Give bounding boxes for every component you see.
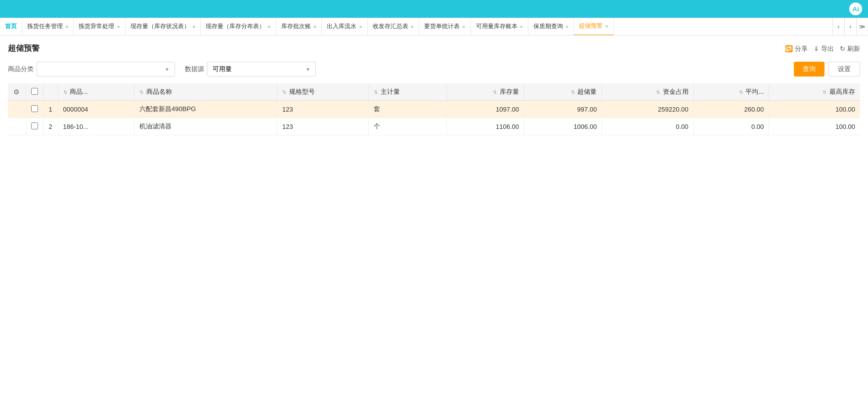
share-button[interactable]: 🔁 分享 bbox=[785, 44, 808, 53]
select-all-checkbox[interactable] bbox=[31, 88, 38, 95]
data-table: ⚙ ⇅ 商品... ⇅ 商品名称 ⇅ 规格型号 bbox=[8, 83, 860, 135]
col-row-num bbox=[43, 83, 58, 101]
cell-overstock-qty: 1006.00 bbox=[524, 118, 602, 135]
cell-spec: 123 bbox=[277, 118, 369, 135]
page-title: 超储预警 bbox=[8, 43, 40, 54]
cell-stock-qty: 1097.00 bbox=[446, 101, 524, 118]
nav-tab-stock-batch[interactable]: 库存批次账× bbox=[276, 18, 322, 36]
refresh-icon: ↻ bbox=[840, 45, 845, 52]
close-tab-icon[interactable]: × bbox=[605, 23, 608, 29]
category-dropdown-icon: ▼ bbox=[165, 67, 170, 72]
avatar: Ai bbox=[849, 2, 862, 15]
top-header-bar: Ai bbox=[0, 0, 868, 18]
nav-next-btn[interactable]: › bbox=[844, 18, 856, 36]
user-area: Ai bbox=[849, 2, 862, 15]
query-button[interactable]: 查询 bbox=[794, 62, 825, 77]
nav-tab-overstock-alert[interactable]: 超储预警× bbox=[574, 18, 613, 36]
cell-product-code: 0000004 bbox=[58, 101, 134, 118]
nav-tab-collect-total[interactable]: 收发存汇总表× bbox=[368, 18, 419, 36]
datasource-dropdown-icon: ▼ bbox=[305, 67, 310, 72]
datasource-filter: 数据源 可用量 ▼ bbox=[185, 62, 316, 77]
nav-tab-stock-dist[interactable]: 现存量（库存分布表）× bbox=[201, 18, 276, 36]
col-capital[interactable]: ⇅ 资金占用 bbox=[602, 83, 694, 101]
export-icon: ⇓ bbox=[814, 45, 819, 52]
cell-capital: 259220.00 bbox=[602, 101, 694, 118]
nav-tab-stock-status[interactable]: 现存量（库存状况表）× bbox=[126, 18, 201, 36]
sort-icon: ⇅ bbox=[823, 89, 826, 95]
filter-buttons: 查询 设置 bbox=[794, 62, 860, 77]
datasource-label: 数据源 bbox=[185, 65, 204, 74]
nav-tab-home[interactable]: 首页 bbox=[0, 18, 22, 36]
filter-section: 商品分类 ▼ 数据源 可用量 ▼ 查询 设置 bbox=[8, 62, 860, 77]
col-settings[interactable]: ⚙ bbox=[8, 83, 26, 101]
nav-tab-order-stats[interactable]: 要货单统计表× bbox=[419, 18, 471, 36]
refresh-button[interactable]: ↻ 刷新 bbox=[840, 44, 860, 53]
nav-expand-btn[interactable]: ≫ bbox=[856, 18, 868, 36]
settings-button[interactable]: 设置 bbox=[828, 62, 860, 77]
nav-tab-in-out-flow[interactable]: 出入库流水× bbox=[322, 18, 367, 36]
nav-tab-task-mgmt[interactable]: 拣货任务管理× bbox=[22, 18, 74, 36]
col-spec[interactable]: ⇅ 规格型号 bbox=[277, 83, 369, 101]
datasource-select-value: 可用量 bbox=[213, 65, 232, 74]
sort-icon: ⇅ bbox=[374, 89, 378, 95]
header-actions: 🔁 分享 ⇓ 导出 ↻ 刷新 bbox=[785, 44, 860, 53]
category-filter: 商品分类 ▼ bbox=[8, 62, 175, 77]
cell-product-name: 机油滤清器 bbox=[134, 118, 277, 135]
cell-max-stock: 100.00 bbox=[769, 101, 860, 118]
nav-prev-btn[interactable]: ‹ bbox=[832, 18, 844, 36]
cell-avg: 260.00 bbox=[694, 101, 769, 118]
close-tab-icon[interactable]: × bbox=[520, 24, 523, 30]
sort-icon: ⇅ bbox=[739, 89, 743, 95]
cell-avg: 0.00 bbox=[694, 118, 769, 135]
close-tab-icon[interactable]: × bbox=[462, 24, 465, 30]
table-row: 2186-10...机油滤清器123个1106.001006.000.000.0… bbox=[8, 118, 860, 135]
datasource-select[interactable]: 可用量 ▼ bbox=[207, 62, 316, 77]
share-icon: 🔁 bbox=[785, 45, 793, 52]
cell-overstock-qty: 997.00 bbox=[524, 101, 602, 118]
close-tab-icon[interactable]: × bbox=[565, 24, 568, 30]
content-area: 超储预警 🔁 分享 ⇓ 导出 ↻ 刷新 商品分类 ▼ 数据源 bbox=[0, 36, 868, 395]
sort-icon: ⇅ bbox=[493, 89, 497, 95]
cell-settings-empty bbox=[8, 101, 26, 118]
col-stock-qty[interactable]: ⇅ 库存量 bbox=[446, 83, 524, 101]
col-overstock-qty[interactable]: ⇅ 超储量 bbox=[524, 83, 602, 101]
col-avg[interactable]: ⇅ 平均... bbox=[694, 83, 769, 101]
col-unit[interactable]: ⇅ 主计量 bbox=[369, 83, 446, 101]
page-header: 超储预警 🔁 分享 ⇓ 导出 ↻ 刷新 bbox=[8, 43, 860, 54]
nav-tab-quality-check[interactable]: 保质期查询× bbox=[528, 18, 574, 36]
cell-checkbox[interactable] bbox=[26, 101, 43, 118]
cell-product-name: 六配套新昌490BPG bbox=[134, 101, 277, 118]
close-tab-icon[interactable]: × bbox=[65, 24, 68, 30]
sort-icon: ⇅ bbox=[282, 89, 286, 95]
close-tab-icon[interactable]: × bbox=[192, 24, 195, 30]
cell-product-code: 186-10... bbox=[58, 118, 134, 135]
cell-row-num: 2 bbox=[43, 118, 58, 135]
export-button[interactable]: ⇓ 导出 bbox=[814, 44, 834, 53]
nav-tab-available-stock[interactable]: 可用量库存账本× bbox=[471, 18, 528, 36]
cell-max-stock: 100.00 bbox=[769, 118, 860, 135]
col-checkbox[interactable] bbox=[26, 83, 43, 101]
cell-row-num: 1 bbox=[43, 101, 58, 118]
close-tab-icon[interactable]: × bbox=[117, 24, 120, 30]
gear-icon[interactable]: ⚙ bbox=[13, 88, 20, 96]
col-max-stock[interactable]: ⇅ 最高库存 bbox=[769, 83, 860, 101]
sort-icon: ⇅ bbox=[139, 89, 143, 95]
cell-unit: 套 bbox=[369, 101, 446, 118]
col-product-name[interactable]: ⇅ 商品名称 bbox=[134, 83, 277, 101]
close-tab-icon[interactable]: × bbox=[359, 24, 362, 30]
cell-checkbox[interactable] bbox=[26, 118, 43, 135]
close-tab-icon[interactable]: × bbox=[411, 24, 414, 30]
sort-icon: ⇅ bbox=[571, 89, 575, 95]
cell-unit: 个 bbox=[369, 118, 446, 135]
nav-tab-abnormal[interactable]: 拣货异常处理× bbox=[74, 18, 125, 36]
close-tab-icon[interactable]: × bbox=[313, 24, 316, 30]
col-product-code[interactable]: ⇅ 商品... bbox=[58, 83, 134, 101]
row-checkbox[interactable] bbox=[31, 105, 38, 112]
close-tab-icon[interactable]: × bbox=[267, 24, 270, 30]
category-select[interactable]: ▼ bbox=[37, 62, 175, 77]
row-checkbox[interactable] bbox=[31, 122, 38, 129]
nav-tabs-bar: 首页拣货任务管理×拣货异常处理×现存量（库存状况表）×现存量（库存分布表）×库存… bbox=[0, 18, 868, 36]
sort-icon: ⇅ bbox=[656, 89, 660, 95]
table-row: 10000004六配套新昌490BPG123套1097.00997.002592… bbox=[8, 101, 860, 118]
cell-capital: 0.00 bbox=[602, 118, 694, 135]
